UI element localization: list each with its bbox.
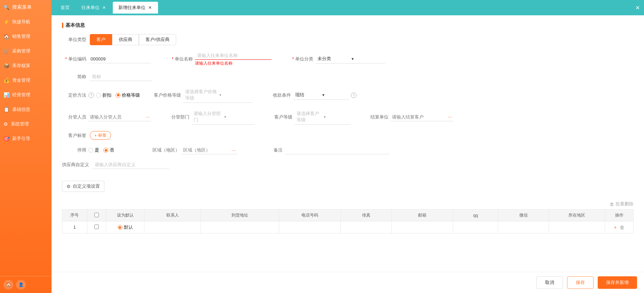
unit-name-group: 单位名称 请输入往来单位名称 (168, 51, 272, 66)
pricing-row: 定价方法 ? 折扣 价格等级 客户价格等级 (62, 87, 634, 103)
sidebar-item-sales[interactable]: 🏠销售管理 (0, 29, 52, 44)
table-actions: 🗑 批量删除 (62, 201, 634, 207)
sidebar-item-newbie[interactable]: 🎯新手引导 (0, 131, 52, 146)
table-header: 序号设为默认联系人到货地址电话号码传真邮箱qq微信所在地区操作 (62, 210, 634, 221)
select-all-checkbox[interactable] (94, 213, 99, 217)
row-contact (144, 221, 201, 234)
table-header-0: 序号 (62, 210, 87, 221)
remark-input[interactable] (285, 146, 389, 154)
custom-settings-label: 自定义项设置 (73, 183, 100, 189)
table-header-10: 所在地区 (549, 210, 605, 221)
row-default-radio[interactable]: 默认 (118, 224, 133, 230)
sidebar-label-newbie: 新手引导 (12, 136, 30, 142)
type-btn-supplier[interactable]: 供应商 (112, 34, 139, 45)
basic-icon: 📋 (3, 107, 9, 112)
sidebar-home-btn[interactable]: 🏠 (3, 280, 13, 290)
region-group: 区域（地区） ··· (152, 146, 237, 154)
custom-settings-button[interactable]: ⚙ 自定义项设置 (62, 181, 104, 192)
disabled-no-circle (103, 148, 108, 153)
fax-input[interactable] (354, 225, 378, 230)
tab-home[interactable]: 首页 (55, 2, 75, 14)
address-input[interactable] (219, 225, 261, 230)
tag-add-button[interactable]: + 标签 (90, 131, 111, 140)
cancel-button[interactable]: 取消 (536, 276, 563, 289)
row-delete-btn[interactable]: 🗑 (620, 225, 625, 230)
sidebar-item-basic[interactable]: 📋基础信息 (0, 102, 52, 117)
sidebar-item-inventory[interactable]: 📦库存核算 (0, 58, 52, 73)
tab-label-partner-list: 往来单位 (81, 5, 100, 11)
unit-code-name-row: 单位编码 单位名称 请输入往来单位名称 单位分类 未分类 ▼ (62, 51, 634, 66)
category-caret-icon: ▼ (351, 57, 383, 61)
sidebar-label-inventory: 库存核算 (12, 63, 30, 69)
sidebar-search[interactable]: 🔍 搜索菜单 (0, 0, 52, 15)
discount-radio[interactable]: 折扣 (96, 92, 111, 98)
pricing-group: 定价方法 ? 折扣 价格等级 (62, 92, 140, 98)
row-checkbox-cell (87, 221, 106, 234)
disabled-label: 停用 (62, 147, 86, 153)
table-header-11: 操作 (605, 210, 634, 221)
sidebar-item-operation[interactable]: 📊经营管理 (0, 88, 52, 102)
unit-name-input[interactable] (195, 51, 272, 60)
sidebar-user-btn[interactable]: 👤 (16, 280, 26, 290)
close-all-tabs[interactable]: ✕ (635, 5, 640, 11)
custom-settings-row: ⚙ 自定义项设置 (62, 181, 634, 192)
unit-category-select[interactable]: 未分类 ▼ (315, 54, 385, 64)
tab-partner-list[interactable]: 往来单位✕ (76, 2, 112, 14)
email-input[interactable] (407, 225, 438, 230)
sidebar-item-purchase[interactable]: 🛒采购管理 (0, 44, 52, 58)
tab-add-partner[interactable]: 新增往来单位✕ (113, 2, 158, 14)
tab-bar: 首页往来单位✕新增往来单位✕ ✕ (52, 0, 644, 15)
sidebar-item-quick-nav[interactable]: ⚡快捷导航 (0, 15, 52, 29)
inventory-icon: 📦 (3, 63, 9, 68)
manager-input[interactable] (88, 113, 144, 121)
contact-input[interactable] (159, 225, 187, 230)
disabled-no-radio[interactable]: 否 (103, 147, 114, 153)
unit-category-label: 单位分类 (289, 56, 313, 62)
region-input[interactable] (182, 146, 230, 154)
payment-terms-label: 收款条件 (267, 92, 291, 98)
tab-close-partner-list[interactable]: ✕ (102, 6, 107, 10)
unit-name-error: 请输入往来单位名称 (195, 60, 272, 66)
qq-input[interactable] (465, 225, 486, 230)
settlement-more-btn[interactable]: ··· (446, 114, 453, 120)
manager-more-btn[interactable]: ··· (144, 114, 151, 120)
save-button[interactable]: 保存 (567, 276, 594, 289)
row-checkbox[interactable] (94, 225, 99, 229)
pricing-help-icon[interactable]: ? (88, 92, 94, 98)
sidebar: 🔍 搜索菜单 ⚡快捷导航🏠销售管理🛒采购管理📦库存核算💰资金管理📊经营管理📋基础… (0, 0, 52, 293)
section-title: 基本信息 (62, 22, 634, 29)
unit-code-input[interactable] (88, 55, 151, 63)
row-region-input[interactable] (563, 225, 591, 230)
disabled-no-label: 否 (110, 147, 114, 153)
dept-select[interactable]: 请输入分管部门 ▼ (191, 109, 254, 125)
customer-price-level-select[interactable]: 请选择客户价格等级 ▼ (183, 87, 253, 103)
customer-tag-row: 客户标签 + 标签 (62, 131, 634, 140)
region-input-group: ··· (182, 146, 237, 154)
operation-icon: 📊 (3, 92, 9, 98)
sidebar-item-system[interactable]: ⚙系统管理 (0, 117, 52, 131)
short-name-input[interactable] (90, 73, 152, 81)
batch-delete-button[interactable]: 🗑 批量删除 (610, 201, 634, 207)
row-add-btn[interactable]: + (614, 225, 616, 230)
tab-close-add-partner[interactable]: ✕ (148, 6, 152, 10)
customer-price-level-group: 客户价格等级 请选择客户价格等级 ▼ (154, 87, 253, 103)
payment-terms-select[interactable]: 现结 ▼ (293, 90, 349, 100)
region-more-btn[interactable]: ··· (230, 147, 237, 153)
customer-tag-label: 客户标签 (62, 132, 86, 139)
price-level-radio[interactable]: 价格等级 (116, 92, 140, 98)
phone-input[interactable] (294, 225, 325, 230)
disabled-yes-radio[interactable]: 是 (88, 147, 99, 153)
sidebar-item-finance[interactable]: 💰资金管理 (0, 73, 52, 88)
supplier-custom-row: 供应商自定义 (62, 161, 634, 169)
settings-gear-icon: ⚙ (66, 184, 71, 189)
tag-add-icon: + (94, 133, 97, 138)
payment-help-icon[interactable]: ? (351, 92, 356, 98)
type-btn-both[interactable]: 客户/供应商 (139, 34, 176, 45)
type-btn-customer[interactable]: 客户 (90, 34, 112, 45)
customer-level-select[interactable]: 请选择客户等级 ▼ (294, 109, 350, 125)
save-new-button[interactable]: 保存并新增 (598, 276, 637, 289)
row-wechat (498, 221, 549, 234)
supplier-custom-input[interactable] (93, 161, 169, 169)
wechat-input[interactable] (511, 225, 536, 230)
settlement-input[interactable] (391, 113, 446, 121)
